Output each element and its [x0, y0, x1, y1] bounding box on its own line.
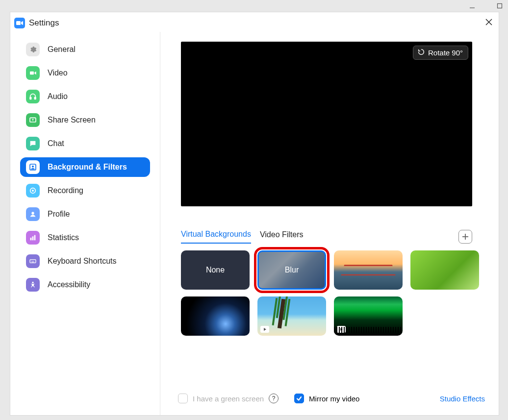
sidebar-item-label: Video [48, 69, 68, 77]
titlebar: Settings [10, 12, 499, 32]
sidebar-item-keyboard-shortcuts[interactable]: Keyboard Shortcuts [20, 251, 150, 271]
green-screen-label: I have a green screen [193, 395, 264, 403]
svg-point-18 [31, 261, 31, 261]
chat-icon [26, 137, 40, 150]
svg-point-22 [32, 282, 33, 283]
system-minimize-button[interactable] [464, 0, 481, 12]
system-maximize-button[interactable] [491, 0, 508, 12]
add-background-button[interactable] [458, 230, 472, 244]
svg-point-13 [31, 212, 34, 214]
svg-rect-17 [30, 260, 36, 263]
background-option-none[interactable]: None [181, 250, 250, 290]
svg-point-12 [32, 190, 34, 192]
sidebar-item-label: Profile [48, 210, 70, 219]
sidebar-item-label: Chat [48, 139, 64, 148]
zoom-brand-icon [14, 18, 25, 28]
sidebar-item-profile[interactable]: Profile [20, 204, 150, 224]
system-window-controls [464, 0, 508, 12]
svg-rect-7 [34, 97, 36, 99]
rotate-icon [417, 48, 425, 57]
background-option-aurora[interactable] [334, 296, 403, 336]
svg-rect-21 [31, 262, 34, 262]
sidebar-item-accessibility[interactable]: Accessibility [20, 275, 150, 295]
sidebar-item-audio[interactable]: Audio [20, 87, 150, 106]
sidebar-item-label: Background & Filters [48, 163, 127, 172]
main-pane: Rotate 90° Virtual Backgrounds Video Fil… [160, 32, 499, 415]
settings-window: Settings General Video [10, 12, 499, 416]
sidebar-item-background-filters[interactable]: Background & Filters [20, 157, 150, 177]
sidebar-item-general[interactable]: General [20, 40, 150, 59]
sidebar-item-recording[interactable]: Recording [20, 181, 150, 200]
sidebar-item-label: General [48, 45, 76, 54]
sidebar-item-statistics[interactable]: Statistics [20, 228, 150, 247]
background-icon [26, 160, 40, 174]
mirror-video-checkbox[interactable] [294, 394, 304, 403]
video-icon [26, 66, 40, 80]
footer-controls: I have a green screen ? Mirror my video … [178, 394, 485, 403]
svg-rect-1 [498, 4, 502, 8]
svg-rect-6 [30, 97, 31, 99]
background-option-earth[interactable] [181, 296, 250, 336]
background-option-grass[interactable] [410, 250, 479, 290]
video-badge-icon [260, 326, 269, 333]
svg-rect-5 [30, 72, 34, 75]
sidebar-item-label: Share Screen [48, 116, 96, 124]
share-screen-icon [26, 113, 40, 127]
profile-icon [26, 207, 40, 221]
sidebar-item-label: Accessibility [48, 280, 90, 289]
statistics-icon [26, 231, 40, 245]
background-option-bridge[interactable] [334, 250, 403, 290]
green-screen-checkbox[interactable] [178, 394, 188, 403]
sidebar-item-video[interactable]: Video [20, 63, 150, 83]
sidebar-item-label: Audio [48, 92, 68, 101]
svg-rect-2 [16, 21, 21, 25]
record-icon [26, 184, 40, 198]
video-badge-icon [337, 326, 346, 333]
sidebar-item-chat[interactable]: Chat [20, 134, 150, 153]
sidebar: General Video Audio Share Screen [10, 32, 160, 415]
svg-rect-14 [30, 238, 32, 240]
window-title: Settings [29, 18, 59, 28]
rotate-label: Rotate 90° [428, 49, 463, 57]
keyboard-icon [26, 254, 40, 268]
video-preview: Rotate 90° [181, 42, 472, 206]
close-button[interactable] [482, 15, 496, 29]
svg-point-20 [33, 261, 34, 261]
sidebar-item-label: Statistics [48, 233, 79, 242]
studio-effects-link[interactable]: Studio Effects [440, 395, 485, 403]
background-option-label: Blur [285, 266, 299, 274]
tab-virtual-backgrounds[interactable]: Virtual Backgrounds [181, 230, 251, 244]
accessibility-icon [26, 278, 40, 292]
background-option-blur[interactable]: Blur [257, 250, 326, 290]
gear-icon [26, 43, 40, 56]
sidebar-item-share-screen[interactable]: Share Screen [20, 110, 150, 130]
background-option-beach[interactable] [257, 296, 326, 336]
sidebar-item-label: Keyboard Shortcuts [48, 257, 117, 266]
svg-point-10 [32, 166, 34, 168]
rotate-90-button[interactable]: Rotate 90° [413, 46, 468, 60]
tab-video-filters[interactable]: Video Filters [260, 230, 304, 243]
background-grid: None Blur [181, 250, 480, 336]
svg-point-19 [32, 261, 33, 261]
background-option-label: None [206, 266, 225, 274]
green-screen-help-icon[interactable]: ? [269, 394, 279, 403]
svg-rect-16 [34, 235, 36, 241]
sidebar-item-label: Recording [48, 186, 83, 195]
background-tabs: Virtual Backgrounds Video Filters [181, 230, 472, 244]
mirror-video-label: Mirror my video [309, 395, 359, 403]
headphones-icon [26, 90, 40, 103]
svg-rect-15 [32, 236, 34, 240]
